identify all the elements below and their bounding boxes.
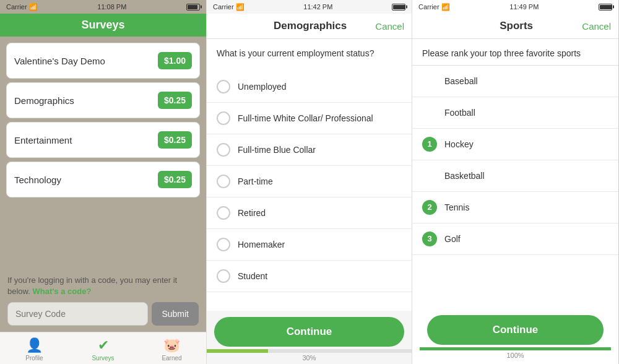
battery-fill-1: [188, 5, 197, 9]
surveys-nav-icon: ✔: [98, 337, 109, 353]
sports-title: Sports: [451, 20, 582, 32]
option-label: Homemaker: [238, 240, 285, 249]
wifi-icon-2: 📶: [236, 3, 245, 11]
time-1: 11:08 PM: [97, 3, 126, 11]
sport-item[interactable]: Baseball: [412, 66, 618, 97]
rank-empty: [422, 105, 437, 120]
wifi-icon-1: 📶: [29, 3, 38, 11]
earned-nav-label: Earned: [162, 355, 181, 362]
option-label: Retired: [238, 208, 266, 218]
surveys-nav-label: Surveys: [92, 355, 114, 362]
carrier-label-3: Carrier: [418, 3, 439, 11]
submit-button[interactable]: Submit: [152, 302, 199, 326]
demographics-progress-bar: [207, 349, 412, 353]
radio-circle: [217, 111, 230, 125]
status-bar-3: Carrier 📶 11:49 PM: [412, 0, 618, 14]
survey-list-item[interactable]: Entertainment $0.25: [6, 122, 200, 158]
sport-name: Hockey: [444, 139, 474, 149]
sports-question-text: Please rank your top three favorite spor…: [422, 48, 608, 60]
panel-sports: Carrier 📶 11:49 PM Sports Cancel Please …: [412, 0, 618, 364]
option-label: Full-time Blue Collar: [238, 145, 316, 155]
carrier-signal-2: Carrier 📶: [213, 3, 245, 11]
survey-item-name: Valentine's Day Demo: [14, 56, 105, 66]
survey-list-item[interactable]: Demographics $0.25: [6, 82, 200, 118]
survey-price: $0.25: [158, 131, 192, 149]
rank-empty: [422, 74, 437, 89]
demographics-question-text: What is your current employment status?: [217, 48, 402, 60]
option-item[interactable]: Retired: [207, 197, 412, 229]
sport-item[interactable]: Basketball: [412, 160, 618, 192]
rank-empty: [422, 168, 437, 183]
panel-surveys: Carrier 📶 11:08 PM Surveys Valentine's D…: [0, 0, 206, 364]
sport-name: Golf: [444, 234, 461, 244]
radio-circle: [217, 269, 230, 283]
option-item[interactable]: Student: [207, 261, 412, 292]
battery-fill-2: [393, 5, 405, 9]
survey-list-item[interactable]: Valentine's Day Demo $1.00: [6, 43, 200, 79]
demographics-header: Demographics Cancel: [207, 14, 412, 39]
carrier-label-1: Carrier: [6, 3, 27, 11]
battery-1: [186, 4, 200, 11]
sports-cancel[interactable]: Cancel: [582, 21, 611, 32]
battery-fill-3: [600, 5, 612, 9]
wifi-icon-3: 📶: [441, 3, 450, 11]
sport-name: Baseball: [444, 76, 478, 86]
bottom-nav: 👤 Profile ✔ Surveys 🐷 Earned: [0, 332, 206, 364]
survey-price: $0.25: [158, 92, 192, 109]
profile-nav-icon: 👤: [26, 337, 43, 353]
whats-code-link[interactable]: What's a code?: [33, 287, 92, 296]
radio-circle: [217, 80, 230, 93]
battery-2: [392, 4, 405, 11]
demographics-question: What is your current employment status?: [207, 39, 412, 71]
survey-price: $0.25: [158, 171, 192, 188]
radio-circle: [217, 143, 230, 157]
rank-badge: 2: [422, 200, 437, 215]
option-item[interactable]: Full-time White Collar/ Professional: [207, 103, 412, 134]
code-info-text: If you're logging in with a code, you ma…: [7, 275, 199, 297]
rank-badge: 1: [422, 137, 437, 152]
nav-item-earned[interactable]: 🐷 Earned: [154, 337, 191, 362]
sport-name: Basketball: [444, 171, 485, 181]
option-item[interactable]: Part-time: [207, 166, 412, 197]
option-label: Part-time: [238, 176, 273, 186]
option-item[interactable]: Unemployed: [207, 71, 412, 103]
sport-item[interactable]: 1 Hockey: [412, 129, 618, 160]
sport-item[interactable]: 3 Golf: [412, 223, 618, 255]
survey-list-item[interactable]: Technology $0.25: [6, 162, 200, 197]
survey-list: Valentine's Day Demo $1.00 Demographics …: [0, 37, 206, 269]
sport-item[interactable]: 2 Tennis: [412, 192, 618, 223]
panel-demographics: Carrier 📶 11:42 PM Demographics Cancel W…: [206, 0, 412, 364]
survey-item-name: Demographics: [14, 95, 74, 106]
sport-item[interactable]: Football: [412, 97, 618, 129]
option-item[interactable]: Homemaker: [207, 229, 412, 261]
carrier-signal-3: Carrier 📶: [418, 3, 450, 11]
battery-3: [599, 4, 612, 11]
radio-circle: [217, 175, 230, 188]
profile-nav-label: Profile: [25, 355, 43, 362]
status-bar-1: Carrier 📶 11:08 PM: [0, 0, 206, 14]
sport-name: Tennis: [444, 202, 469, 212]
survey-price: $1.00: [158, 52, 192, 69]
option-label: Unemployed: [238, 82, 287, 92]
sports-list: Baseball Football 1 Hockey Basketball 2 …: [412, 66, 618, 305]
time-2: 11:42 PM: [303, 3, 332, 11]
carrier-signal-1: Carrier 📶: [6, 3, 38, 11]
code-section: If you're logging in with a code, you ma…: [0, 269, 206, 332]
radio-circle: [217, 238, 230, 251]
option-item[interactable]: Full-time Blue Collar: [207, 134, 412, 166]
demographics-cancel[interactable]: Cancel: [375, 21, 404, 32]
carrier-label-2: Carrier: [213, 3, 234, 11]
radio-circle: [217, 206, 230, 220]
demographics-continue[interactable]: Continue: [214, 317, 404, 347]
surveys-header: Surveys: [0, 14, 206, 37]
option-label: Full-time White Collar/ Professional: [238, 113, 373, 123]
time-3: 11:49 PM: [509, 3, 539, 11]
demographics-title: Demographics: [245, 20, 375, 32]
status-bar-2: Carrier 📶 11:42 PM: [207, 0, 412, 14]
sports-continue[interactable]: Continue: [427, 315, 604, 345]
nav-item-surveys[interactable]: ✔ Surveys: [85, 337, 122, 362]
survey-code-input[interactable]: [7, 302, 148, 326]
nav-item-profile[interactable]: 👤 Profile: [16, 337, 53, 362]
sport-name: Football: [444, 108, 475, 118]
demographics-options: Unemployed Full-time White Collar/ Profe…: [207, 71, 412, 311]
